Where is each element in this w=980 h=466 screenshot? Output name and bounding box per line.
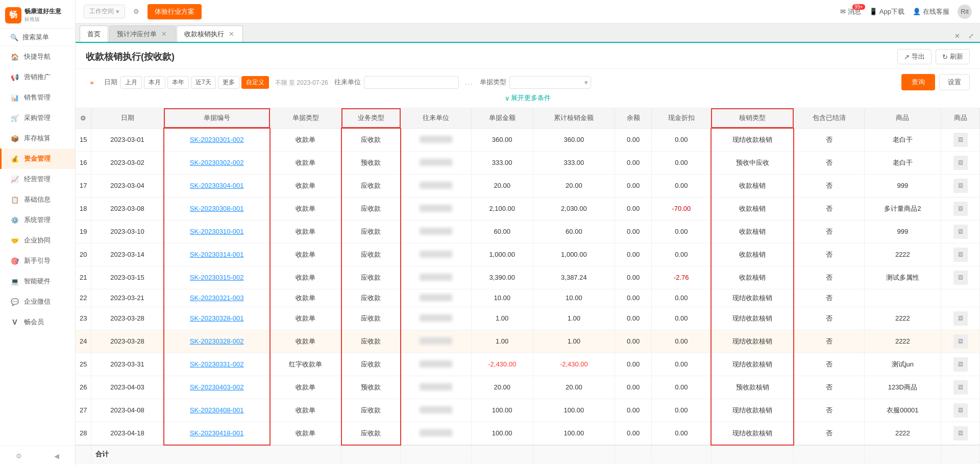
tab-payable[interactable]: 预计冲应付单 ✕ xyxy=(109,26,176,42)
date-last-month[interactable]: 上月 xyxy=(120,76,142,89)
td-total-amount xyxy=(471,445,533,463)
td-goods2: 🖼 xyxy=(941,422,980,445)
date-custom[interactable]: 自定义 xyxy=(241,76,269,89)
tab-home[interactable]: 首页 xyxy=(80,26,108,42)
sidebar-item-member[interactable]: V 畅会员 xyxy=(0,312,75,332)
td-bill-type: 收款单 xyxy=(270,399,341,422)
bill-no-link[interactable]: SK-20230328-002 xyxy=(190,337,244,345)
messages-btn[interactable]: ✉ 消息 99+ xyxy=(840,7,861,16)
table-row: 28 2023-04-18 SK-20230418-001 收款单 应收款 ██… xyxy=(76,422,980,445)
bill-no-link[interactable]: SK-20230301-002 xyxy=(190,136,244,143)
td-bill-type: 收款单 xyxy=(270,289,341,307)
bill-no-link[interactable]: SK-20230418-001 xyxy=(190,429,244,437)
settings-icon[interactable]: ⚙ xyxy=(131,6,141,17)
td-total-biz xyxy=(341,445,401,463)
tab-collection[interactable]: 收款核销执行 ✕ xyxy=(177,26,243,42)
finance-icon: 💰 xyxy=(10,154,20,164)
td-balance: 0.00 xyxy=(615,399,651,422)
bill-no-link[interactable]: SK-20230314-001 xyxy=(190,251,244,258)
sidebar-item-sales[interactable]: 📊 销售管理 xyxy=(0,87,75,108)
sidebar-item-wechat[interactable]: 💬 企业微信 xyxy=(0,291,75,312)
expand-conditions-btn[interactable]: ∨ 展开更多条件 xyxy=(505,93,551,103)
sidebar-search-item[interactable]: 🔍 搜索菜单 xyxy=(0,29,75,46)
td-cash-disc: 0.00 xyxy=(652,422,711,445)
td-goods: 999 xyxy=(864,174,941,197)
table-row: 22 2023-03-21 SK-20230321-003 收款单 应收款 ██… xyxy=(76,289,980,307)
app-download-btn[interactable]: 📱 App下载 xyxy=(869,7,904,16)
sidebar-item-system[interactable]: ⚙️ 系统管理 xyxy=(0,210,75,230)
table-row: 21 2023-03-15 SK-20230315-002 收款单 应收款 ██… xyxy=(76,266,980,289)
sidebar-item-basic[interactable]: 📋 基础信息 xyxy=(0,189,75,210)
bill-no-link[interactable]: SK-20230408-001 xyxy=(190,406,244,414)
sidebar-item-finance[interactable]: 💰 资金管理 xyxy=(0,149,75,169)
td-goods: 2222 xyxy=(864,422,941,445)
td-include-settled: 否 xyxy=(794,399,864,422)
date-more[interactable]: 更多 xyxy=(218,76,239,89)
td-cash-disc: 0.00 xyxy=(652,174,711,197)
sidebar-item-hardware[interactable]: 💻 智能硬件 xyxy=(0,271,75,291)
bill-no-link[interactable]: SK-20230328-001 xyxy=(190,314,244,322)
bill-no-link[interactable]: SK-20230308-001 xyxy=(190,205,244,212)
workspace-label: 工作空间 xyxy=(89,7,114,16)
td-bill-type: 收款单 xyxy=(270,307,341,330)
avatar[interactable]: Rit xyxy=(958,5,972,19)
th-gear[interactable]: ⚙ xyxy=(76,108,91,128)
td-bill-type: 收款单 xyxy=(270,376,341,399)
inventory-icon: 📦 xyxy=(10,133,20,143)
date-this-year[interactable]: 本年 xyxy=(167,76,189,89)
td-include-settled: 否 xyxy=(794,330,864,353)
td-amount: 3,390.00 xyxy=(471,266,533,289)
td-biz-type: 应收款 xyxy=(341,330,401,353)
sidebar-item-operation[interactable]: 📈 经营管理 xyxy=(0,169,75,189)
date-7days[interactable]: 近7天 xyxy=(191,76,216,89)
td-total-label: 合计 xyxy=(91,445,341,463)
filter-bill-type-section: 单据类型 ▾ xyxy=(480,76,591,89)
td-include-settled: 否 xyxy=(794,220,864,243)
td-bill-no: SK-20230321-003 xyxy=(164,289,270,307)
workspace-selector[interactable]: 工作空间 ▾ xyxy=(84,5,125,18)
sidebar-settings-btn[interactable]: ⚙ xyxy=(12,450,26,462)
date-this-month[interactable]: 本月 xyxy=(144,76,165,89)
sidebar-item-corp[interactable]: 🤝 企业协同 xyxy=(0,230,75,251)
tab-maximize-btn[interactable]: ⤢ xyxy=(966,30,976,42)
bill-no-link[interactable]: SK-20230304-001 xyxy=(190,182,244,189)
bill-no-link[interactable]: SK-20230331-002 xyxy=(190,360,244,368)
sidebar-item-guide[interactable]: 🎯 新手引导 xyxy=(0,251,75,271)
sidebar-item-marketing[interactable]: 📢 营销推广 xyxy=(0,67,75,87)
bill-no-link[interactable]: SK-20230403-002 xyxy=(190,383,244,391)
hardware-icon: 💻 xyxy=(10,276,20,286)
bill-no-link[interactable]: SK-20230310-001 xyxy=(190,228,244,235)
search-btn[interactable]: 查询 xyxy=(901,74,935,90)
td-goods2: 🖼 xyxy=(941,399,980,422)
settings-btn[interactable]: 设置 xyxy=(939,74,970,90)
bill-no-link[interactable]: SK-20230315-002 xyxy=(190,274,244,281)
solution-btn[interactable]: 体验行业方案 xyxy=(148,4,202,19)
sidebar-item-purchase[interactable]: 🛒 采购管理 xyxy=(0,108,75,128)
tab-payable-close[interactable]: ✕ xyxy=(160,30,168,38)
td-goods: 衣服00001 xyxy=(864,399,941,422)
bill-no-link[interactable]: SK-20230321-003 xyxy=(190,294,244,302)
tab-collection-close[interactable]: ✕ xyxy=(227,30,235,38)
topbar-right: ✉ 消息 99+ 📱 App下载 👤 在线客服 Rit xyxy=(840,5,972,19)
sidebar-item-quicknav[interactable]: 🏠 快捷导航 xyxy=(0,46,75,67)
td-date: 2023-04-08 xyxy=(91,399,164,422)
td-date: 2023-03-28 xyxy=(91,307,164,330)
filter-toggle-btn[interactable]: » xyxy=(86,76,98,88)
td-balance: 0.00 xyxy=(615,128,651,151)
td-partner: ███████ xyxy=(401,266,471,289)
bill-type-select[interactable] xyxy=(509,76,591,89)
td-include-settled: 否 xyxy=(794,174,864,197)
refresh-btn[interactable]: ↻ 刷新 xyxy=(936,49,970,64)
bill-no-link[interactable]: SK-20230302-002 xyxy=(190,159,244,166)
td-partner: ███████ xyxy=(401,197,471,220)
sidebar-item-inventory[interactable]: 📦 库存核算 xyxy=(0,128,75,149)
td-goods xyxy=(864,289,941,307)
th-biz-type: 业务类型 xyxy=(341,108,401,128)
filter-row: » 日期 上月 本月 本年 近7天 更多 自定义 不限 至 2023-07-26 xyxy=(86,74,970,90)
online-service-btn[interactable]: 👤 在线客服 xyxy=(913,7,949,16)
sidebar-collapse-btn[interactable]: ◀ xyxy=(50,450,63,462)
td-biz-type: 应收款 xyxy=(341,422,401,445)
tab-close-all-btn[interactable]: ✕ xyxy=(952,30,962,42)
partner-input[interactable] xyxy=(364,76,459,89)
export-btn[interactable]: ↗ 导出 xyxy=(897,49,932,64)
